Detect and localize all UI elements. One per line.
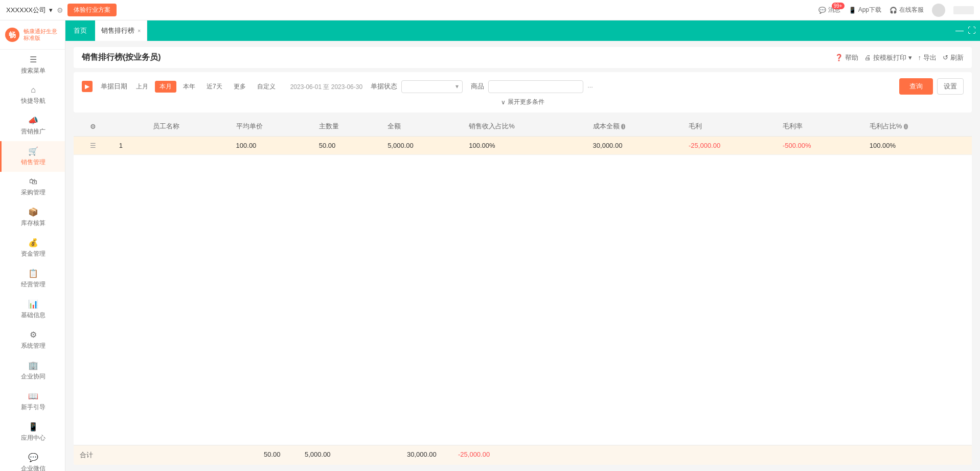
app-download-btn[interactable]: 📱 App下载	[849, 6, 881, 14]
sidebar-item-label: 营销推广	[21, 127, 45, 136]
footer-sales-pct	[356, 451, 407, 460]
purchase-icon: 🛍	[29, 177, 37, 186]
sidebar-item-quick-nav[interactable]: ⌂ 快捷导航	[0, 80, 65, 110]
trial-btn[interactable]: 体验行业方案	[67, 4, 117, 16]
sidebar-item-label: 应用中心	[21, 434, 45, 442]
tab-close-icon[interactable]: ×	[138, 28, 141, 34]
row-name	[147, 137, 230, 155]
message-badge: 99+	[832, 3, 845, 9]
sidebar-item-label: 搜索菜单	[21, 66, 45, 75]
date-range-text: 2023-06-01 至 2023-06-30	[290, 83, 362, 91]
status-label: 单据状态	[371, 82, 397, 91]
sidebar-item-operations[interactable]: 📋 经营管理	[0, 263, 65, 294]
col-profit-pct: 毛利占比% i	[863, 117, 972, 137]
date-pill-custom[interactable]: 自定义	[253, 81, 280, 93]
row-profit-rate: -500.00%	[777, 137, 863, 155]
system-icon: ⚙	[30, 330, 37, 340]
page-title: 销售排行榜(按业务员)	[82, 52, 161, 63]
table-wrapper: ⚙ 员工名称 平均单价 主数量 全额 销售收入占比% 成本全额 i 毛利 毛利率	[74, 117, 972, 445]
company-name: XXXXXX公司	[6, 6, 46, 15]
sidebar-item-purchase[interactable]: 🛍 采购管理	[0, 172, 65, 202]
avatar[interactable]	[932, 4, 945, 17]
row-settings[interactable]: ☰	[74, 137, 113, 155]
sidebar-logo: 畅 畅康通好生意 标准版	[0, 20, 65, 50]
username	[953, 6, 974, 14]
template-print-btn[interactable]: 🖨 按模板打印 ▾	[864, 53, 912, 62]
tab-home[interactable]: 首页	[65, 20, 95, 41]
weixin-icon: 💬	[28, 453, 38, 462]
col-settings[interactable]: ⚙	[74, 117, 113, 137]
sidebar-item-finance[interactable]: 💰 资金管理	[0, 233, 65, 263]
filter-settings-btn[interactable]: 设置	[937, 78, 964, 95]
search-order-icon: ☰	[30, 55, 37, 64]
help-btn[interactable]: ❓ 帮助	[835, 53, 858, 62]
online-service-label: 在线客服	[899, 6, 924, 14]
col-profit-rate: 毛利率	[777, 117, 863, 137]
col-rank	[113, 117, 147, 137]
table-row: ☰ 1 100.00 50.00 5,000.00 100.00% 30,000…	[74, 137, 972, 155]
sales-icon: 🛒	[28, 146, 38, 156]
date-pill-7days[interactable]: 近7天	[202, 81, 227, 93]
date-pill-this-year[interactable]: 本年	[178, 81, 200, 93]
refresh-btn[interactable]: ↺ 刷新	[943, 53, 964, 62]
company-selector[interactable]: XXXXXX公司 ▾	[6, 6, 53, 15]
sidebar-item-label: 销售管理	[21, 158, 45, 167]
help-label: 帮助	[845, 53, 858, 62]
logo-icon: 畅	[4, 27, 20, 43]
expand-more-row[interactable]: ∨ 展开更多条件	[82, 95, 964, 106]
top-bar: XXXXXX公司 ▾ ⚙ 体验行业方案 💬 消息 99+ 📱 App下载 🎧 在…	[0, 0, 980, 20]
filter-row: ▶ 单据日期 上月 本月 本年 近7天 更多 自定义	[82, 78, 964, 95]
sidebar-item-app-center[interactable]: 📱 应用中心	[0, 417, 65, 447]
online-service-btn[interactable]: 🎧 在线客服	[890, 6, 924, 14]
query-btn[interactable]: 查询	[899, 78, 933, 95]
sidebar: 畅 畅康通好生意 标准版 ☰ 搜索菜单 ⌂ 快捷导航 📣 营销推广 🛒 销售管理…	[0, 20, 65, 471]
sidebar-item-search-order[interactable]: ☰ 搜索菜单	[0, 50, 65, 80]
sidebar-item-label: 企业协同	[21, 372, 45, 381]
sidebar-item-label: 企业微信	[21, 464, 45, 471]
export-btn[interactable]: ↑ 导出	[918, 53, 937, 62]
tab-fullscreen-icon[interactable]: ⛶	[968, 26, 976, 35]
sidebar-item-basic-info[interactable]: 📊 基础信息	[0, 294, 65, 325]
tab-minimize-icon[interactable]: —	[955, 26, 964, 35]
date-pill-last-month[interactable]: 上月	[131, 81, 153, 93]
goods-filter: 商品 ···	[471, 80, 593, 93]
header-actions: ❓ 帮助 🖨 按模板打印 ▾ ↑ 导出 ↺ 刷新	[835, 53, 964, 62]
date-filter: 单据日期 上月 本月 本年 近7天 更多 自定义	[101, 81, 280, 93]
col-profit: 毛利	[682, 117, 777, 137]
date-pill-more[interactable]: 更多	[229, 81, 250, 93]
export-icon: ↑	[918, 54, 922, 61]
row-sales-pct: 100.00%	[463, 137, 586, 155]
row-qty: 50.00	[313, 137, 381, 155]
headset-icon: 🎧	[890, 7, 897, 14]
col-sales-pct: 销售收入占比%	[463, 117, 586, 137]
date-pill-this-month[interactable]: 本月	[155, 81, 176, 93]
download-icon: 📱	[849, 7, 856, 14]
expand-left-btn[interactable]: ▶	[82, 81, 93, 92]
sidebar-item-system[interactable]: ⚙ 系统管理	[0, 325, 65, 355]
cost-info-icon: i	[621, 124, 625, 129]
col-amount: 全额	[381, 117, 463, 137]
more-dots[interactable]: ···	[587, 83, 593, 91]
status-select[interactable]	[401, 80, 463, 93]
marketing-icon: 📣	[28, 116, 38, 125]
sidebar-item-weixin[interactable]: 💬 企业微信	[0, 447, 65, 471]
app-center-icon: 📱	[28, 422, 38, 432]
basic-info-icon: 📊	[28, 299, 38, 309]
sidebar-item-enterprise[interactable]: 🏢 企业协同	[0, 355, 65, 386]
table-footer: 合计 50.00 5,000.00 30,000.00 -25,000.00	[74, 445, 972, 465]
settings-icon[interactable]: ⚙	[57, 6, 63, 14]
sidebar-item-inventory[interactable]: 📦 库存核算	[0, 202, 65, 233]
expand-label: 展开更多条件	[508, 98, 544, 106]
tab-sales-ranking[interactable]: 销售排行榜 ×	[95, 20, 147, 41]
sidebar-item-sales[interactable]: 🛒 销售管理	[0, 141, 65, 172]
expand-down-icon: ∨	[501, 99, 506, 106]
finance-icon: 💰	[28, 238, 38, 248]
sidebar-item-marketing[interactable]: 📣 营销推广	[0, 110, 65, 141]
content-area: 首页 销售排行榜 × — ⛶ 销售排行榜(按业务员) ❓ 帮助	[65, 20, 980, 471]
row-avg-price: 100.00	[230, 137, 313, 155]
sidebar-item-guide[interactable]: 📖 新手引导	[0, 386, 65, 417]
refresh-label: 刷新	[950, 53, 964, 62]
expand-arrow-icon[interactable]: ▶	[82, 81, 93, 92]
goods-input[interactable]	[488, 80, 583, 93]
message-btn[interactable]: 💬 消息 99+	[818, 6, 840, 14]
